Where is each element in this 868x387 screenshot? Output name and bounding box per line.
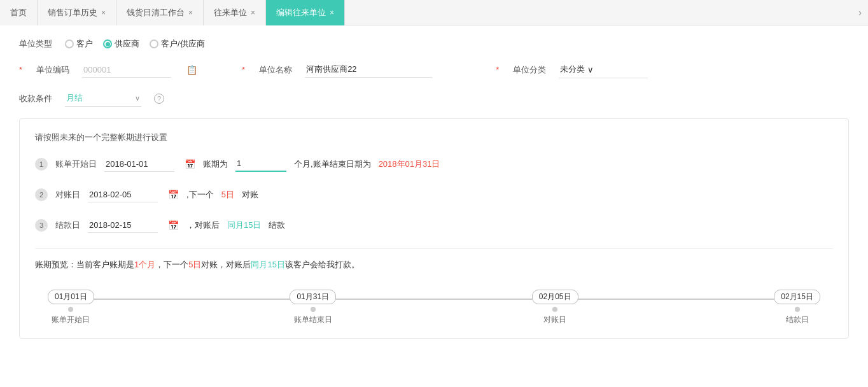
step-2-label: 对账日 — [55, 189, 80, 201]
preview-sep1: ，下一个 — [155, 260, 188, 269]
tab-partner-label: 往来单位 — [214, 7, 247, 18]
radio-supplier-label: 供应商 — [115, 38, 139, 50]
content-area: 单位类型 客户 供应商 客户/供应商 * 单位编码 📋 * 单位名称 * — [0, 25, 868, 387]
timeline-pill-2: 01月31日 — [290, 290, 336, 304]
timeline-nodes: 01月01日 账单开始日 01月31日 账单结束日 02月05日 对账日 — [48, 290, 820, 325]
preview-label: 账期预览：当前客户账期是 — [35, 260, 134, 269]
payment-term-select[interactable]: 月结 ∨ — [65, 90, 141, 107]
timeline-pill-4: 02月15日 — [774, 290, 820, 304]
unit-type-row: 单位类型 客户 供应商 客户/供应商 — [19, 38, 849, 50]
payment-term-row: 收款条件 月结 ∨ ? — [19, 90, 849, 107]
step-1-period-unit: 个月,账单结束日期为 — [294, 158, 371, 170]
unit-name-label: 单位名称 — [259, 64, 292, 76]
tab-cash-label: 钱货日清工作台 — [127, 7, 185, 18]
timeline-area: 01月01日 账单开始日 01月31日 账单结束日 02月05日 对账日 — [35, 290, 833, 325]
payment-term-help-icon[interactable]: ? — [154, 94, 164, 104]
preview-sep2: 对账，对账后 — [201, 260, 251, 269]
step-1-row: 1 账单开始日 📅 账期为 个月,账单结束日期为 2018年01月31日 — [35, 156, 833, 172]
step-3-row: 3 结款日 📅 ，对账后同月15日结款 — [35, 218, 833, 233]
step-3-date-input[interactable] — [88, 218, 158, 233]
preview-part3: 同月15日 — [251, 260, 284, 269]
tab-cash-close[interactable]: × — [188, 8, 193, 17]
step-1-calendar-icon[interactable]: 📅 — [185, 159, 195, 169]
step-1-date-input[interactable] — [104, 157, 174, 172]
unit-name-input[interactable] — [305, 62, 432, 78]
tabs-expand-icon[interactable]: › — [852, 7, 868, 18]
tab-edit-partner[interactable]: 编辑往来单位 × — [266, 0, 345, 25]
step-2-desc-prefix: ,下一个 — [186, 189, 214, 201]
step-2-number: 2 — [35, 188, 48, 201]
radio-supplier-circle — [103, 39, 112, 48]
payment-term-chevron-icon: ∨ — [135, 94, 140, 102]
step-2-desc-highlight: 5日 — [221, 189, 234, 201]
preview-suffix: 该客户会给我打款。 — [285, 260, 360, 269]
tab-partner[interactable]: 往来单位 × — [204, 0, 266, 25]
unit-classify-star: * — [496, 65, 499, 74]
step-3-desc-suffix: 结款 — [269, 220, 285, 231]
step-2-desc-suffix: 对账 — [242, 189, 258, 201]
step-1-number: 1 — [35, 158, 48, 171]
tab-edit-partner-close[interactable]: × — [330, 8, 334, 17]
unit-info-row: * 单位编码 📋 * 单位名称 * 单位分类 未分类 ∨ — [19, 61, 849, 78]
unit-code-calendar-icon[interactable]: 📋 — [186, 65, 197, 75]
settings-panel: 请按照未来的一个完整帐期进行设置 1 账单开始日 📅 账期为 个月,账单结束日期… — [19, 118, 849, 339]
unit-code-star: * — [19, 65, 22, 74]
timeline-sublabel-3: 对账日 — [543, 314, 566, 325]
step-1-end-date: 2018年01月31日 — [379, 158, 440, 170]
unit-type-label: 单位类型 — [19, 38, 52, 50]
step-1-period-input[interactable] — [235, 156, 286, 172]
timeline-node-4: 02月15日 结款日 — [774, 290, 820, 325]
tab-edit-partner-label: 编辑往来单位 — [276, 7, 326, 18]
tab-home-label: 首页 — [10, 7, 27, 18]
timeline-sublabel-1: 账单开始日 — [52, 314, 90, 325]
step-2-calendar-icon[interactable]: 📅 — [168, 190, 179, 200]
radio-both[interactable]: 客户/供应商 — [150, 38, 205, 50]
preview-section: 账期预览：当前客户账期是1个月，下一个5日对账，对账后同月15日该客户会给我打款… — [35, 248, 833, 277]
timeline-pill-3: 02月05日 — [532, 290, 578, 304]
radio-both-circle — [150, 39, 158, 48]
step-1-label: 账单开始日 — [55, 158, 97, 170]
unit-type-radio-group: 客户 供应商 客户/供应商 — [65, 38, 205, 50]
step-3-number: 3 — [35, 219, 48, 232]
timeline-dot-1 — [68, 307, 73, 312]
radio-customer-label: 客户 — [76, 38, 93, 50]
preview-part1: 1个月 — [134, 260, 155, 269]
unit-code-input[interactable] — [82, 62, 171, 78]
timeline-sublabel-2: 账单结束日 — [294, 314, 332, 325]
radio-customer-circle — [65, 39, 74, 48]
unit-name-star: * — [242, 65, 245, 74]
payment-term-value: 月结 — [66, 92, 131, 104]
tab-cash-work[interactable]: 钱货日清工作台 × — [116, 0, 204, 25]
timeline-dot-3 — [552, 307, 557, 312]
timeline-dot-4 — [795, 307, 800, 312]
step-3-desc-prefix: ，对账后 — [186, 220, 220, 231]
tab-sales-label: 销售订单历史 — [48, 7, 97, 18]
step-3-desc-highlight: 同月15日 — [227, 220, 261, 231]
unit-classify-label: 单位分类 — [513, 64, 546, 76]
unit-classify-chevron-icon: ∨ — [587, 65, 594, 74]
timeline-node-3: 02月05日 对账日 — [532, 290, 578, 325]
radio-customer[interactable]: 客户 — [65, 38, 93, 50]
timeline-pill-1: 01月01日 — [48, 290, 94, 304]
tab-sales-close[interactable]: × — [101, 8, 106, 17]
radio-supplier[interactable]: 供应商 — [103, 38, 139, 50]
step-1-period-label: 账期为 — [203, 158, 228, 170]
step-3-calendar-icon[interactable]: 📅 — [168, 220, 179, 230]
tabs-bar: 首页 销售订单历史 × 钱货日清工作台 × 往来单位 × 编辑往来单位 × › — [0, 0, 868, 25]
tab-sales-history[interactable]: 销售订单历史 × — [38, 0, 116, 25]
unit-code-label: 单位编码 — [36, 64, 69, 76]
step-2-date-input[interactable] — [88, 187, 158, 202]
panel-title: 请按照未来的一个完整帐期进行设置 — [35, 132, 833, 143]
unit-classify-value: 未分类 — [560, 64, 585, 75]
timeline-node-2: 01月31日 账单结束日 — [290, 290, 336, 325]
tab-partner-close[interactable]: × — [251, 8, 255, 17]
timeline-dot-2 — [311, 307, 316, 312]
timeline-sublabel-4: 结款日 — [786, 314, 809, 325]
radio-both-label: 客户/供应商 — [161, 38, 205, 50]
step-3-label: 结款日 — [55, 220, 80, 231]
preview-part2: 5日 — [188, 260, 201, 269]
timeline-node-1: 01月01日 账单开始日 — [48, 290, 94, 325]
unit-classify-dropdown[interactable]: 未分类 ∨ — [559, 61, 648, 78]
tab-home[interactable]: 首页 — [0, 0, 38, 25]
payment-term-label: 收款条件 — [19, 93, 52, 104]
